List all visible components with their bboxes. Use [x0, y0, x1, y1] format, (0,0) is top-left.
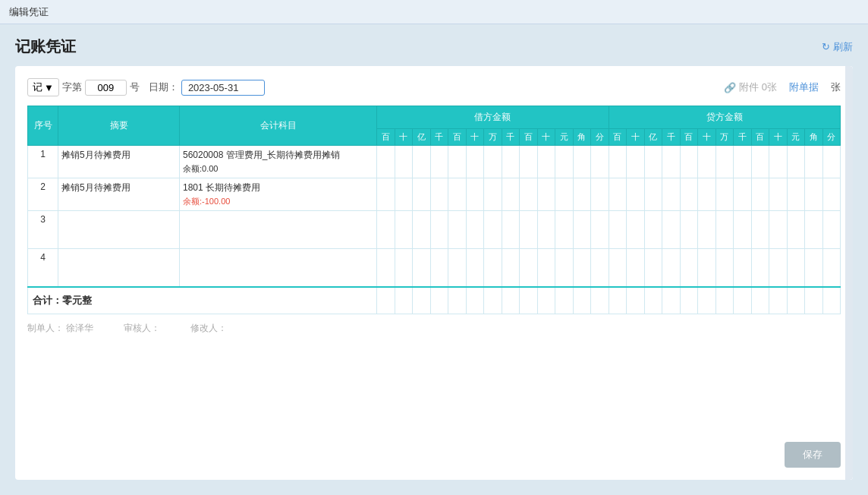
row-seq-3: 3	[28, 211, 58, 249]
paperclip-icon: 🔗	[724, 82, 736, 93]
th-c-bai: 百	[609, 129, 627, 146]
row-d1-2[interactable]	[377, 178, 395, 211]
th-summary: 摘要	[58, 106, 180, 146]
row-d13-2[interactable]	[591, 178, 609, 211]
row-d2-1[interactable]	[395, 146, 413, 178]
row-d4-1[interactable]	[430, 146, 448, 178]
row-summary-3[interactable]	[58, 211, 180, 249]
th-d-qian1: 千	[430, 129, 448, 146]
voucher-number-input[interactable]	[85, 80, 127, 96]
row-d7-1[interactable]	[484, 146, 502, 178]
row-account-4[interactable]	[180, 249, 377, 287]
th-d-shi: 十	[395, 129, 413, 146]
row-c8-2[interactable]	[734, 178, 752, 211]
hao-label: 号	[130, 80, 140, 94]
title-bar-label: 编辑凭证	[9, 5, 49, 19]
th-d-wan: 万	[484, 129, 502, 146]
row-c5-2[interactable]	[680, 178, 698, 211]
row-c1-2[interactable]	[609, 178, 627, 211]
save-button[interactable]: 保存	[785, 442, 841, 468]
row-d12-1[interactable]	[573, 146, 591, 178]
th-c-shi1: 十	[698, 129, 716, 146]
row-c11-1[interactable]	[787, 146, 805, 178]
row-d7-2[interactable]	[484, 178, 502, 211]
voucher-type-value: 记	[33, 80, 42, 94]
row-c7-1[interactable]	[715, 146, 734, 178]
th-c-jiao: 角	[805, 129, 823, 146]
footer-bar: 制单人： 徐泽华 审核人： 修改人：	[27, 322, 841, 335]
row-d3-1[interactable]	[413, 146, 431, 178]
row-c2-2[interactable]	[627, 178, 645, 211]
th-d-bai: 百	[377, 129, 395, 146]
th-d-shi1: 十	[466, 129, 484, 146]
th-c-shi2: 十	[769, 129, 788, 146]
row-d8-1[interactable]	[502, 146, 520, 178]
row-c3-1[interactable]	[644, 146, 662, 178]
row-c11-2[interactable]	[787, 178, 805, 211]
row-c13-2[interactable]	[822, 178, 841, 211]
row-c9-2[interactable]	[751, 178, 769, 211]
refresh-button[interactable]: ↻ 刷新	[822, 40, 853, 54]
row-d2-2[interactable]	[395, 178, 413, 211]
voucher-type-select[interactable]: 记 ▼	[27, 78, 59, 96]
row-d6-2[interactable]	[466, 178, 484, 211]
row-account-3[interactable]	[180, 211, 377, 249]
th-c-yi: 亿	[644, 129, 662, 146]
row-seq-1: 1	[28, 146, 58, 178]
th-d-shi2: 十	[537, 129, 555, 146]
row-d9-1[interactable]	[520, 146, 538, 178]
row-account-2[interactable]: 1801 长期待摊费用 余额:-100.00	[180, 178, 377, 211]
row-c4-1[interactable]	[662, 146, 681, 178]
attachment-area: 🔗 附件 0张 附单据 张	[724, 80, 841, 94]
th-credit: 贷方金额	[609, 106, 841, 129]
voucher-info-bar: 记 ▼ 字第 号 日期： 🔗 附件 0张 附单据 张	[27, 78, 841, 96]
row-c1-1[interactable]	[609, 146, 627, 178]
row-d11-1[interactable]	[555, 146, 574, 178]
row-c13-1[interactable]	[822, 146, 841, 178]
row-c12-2[interactable]	[805, 178, 823, 211]
row-d5-2[interactable]	[448, 178, 467, 211]
row-c4-2[interactable]	[662, 178, 681, 211]
row-summary-4[interactable]	[58, 249, 180, 287]
row-d10-2[interactable]	[537, 178, 555, 211]
date-input[interactable]	[181, 80, 265, 96]
row-d10-1[interactable]	[537, 146, 555, 178]
row-c6-2[interactable]	[698, 178, 716, 211]
th-c-yuan: 元	[787, 129, 805, 146]
row-d9-2[interactable]	[520, 178, 538, 211]
scrollbar[interactable]	[845, 66, 853, 480]
row-c6-1[interactable]	[698, 146, 716, 178]
row-c3-2[interactable]	[644, 178, 662, 211]
row-d8-2[interactable]	[502, 178, 520, 211]
row-c5-1[interactable]	[680, 146, 698, 178]
row-d1-1[interactable]	[377, 146, 395, 178]
row-d3-2[interactable]	[413, 178, 431, 211]
th-account: 会计科目	[180, 106, 377, 146]
row-c10-2[interactable]	[769, 178, 788, 211]
row-c2-1[interactable]	[627, 146, 645, 178]
modifier-label: 修改人：	[190, 322, 227, 335]
row-d13-1[interactable]	[591, 146, 609, 178]
attachment-link[interactable]: 🔗 附件 0张	[724, 80, 777, 94]
row-account-1[interactable]: 56020008 管理费用_长期待摊费用摊销 余额:0.00	[180, 146, 377, 178]
row-c7-2[interactable]	[715, 178, 734, 211]
th-d-bai1: 百	[448, 129, 467, 146]
attach-single-label[interactable]: 附单据	[789, 80, 819, 94]
total-label: 合计：零元整	[28, 287, 377, 314]
row-d11-2[interactable]	[555, 178, 574, 211]
th-seq: 序号	[28, 106, 58, 146]
dropdown-icon: ▼	[44, 82, 54, 93]
attachment-count-label: 附件 0张	[739, 80, 777, 94]
row-summary-2[interactable]: 摊销5月待摊费用	[58, 178, 180, 211]
row-c8-1[interactable]	[734, 146, 752, 178]
row-summary-1[interactable]: 摊销5月待摊费用	[58, 146, 180, 178]
row-d4-2[interactable]	[430, 178, 448, 211]
row-c10-1[interactable]	[769, 146, 788, 178]
row-d12-2[interactable]	[573, 178, 591, 211]
row-c9-1[interactable]	[751, 146, 769, 178]
th-d-yuan: 元	[555, 129, 574, 146]
row-d5-1[interactable]	[448, 146, 467, 178]
th-d-jiao: 角	[573, 129, 591, 146]
row-c12-1[interactable]	[805, 146, 823, 178]
row-d6-1[interactable]	[466, 146, 484, 178]
